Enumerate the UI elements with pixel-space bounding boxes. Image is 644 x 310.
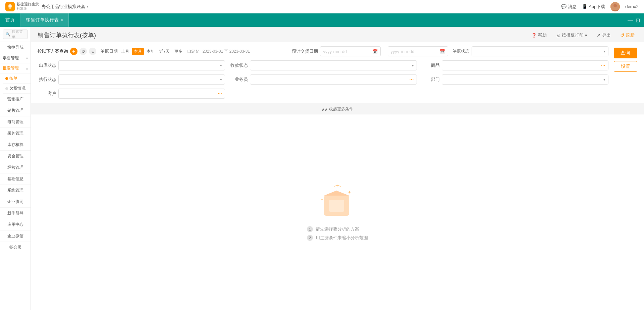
- sidebar-item-backorder[interactable]: 欠货情况: [3, 84, 31, 94]
- tab-active[interactable]: 销售订单执行表 ×: [20, 13, 69, 27]
- dept-chevron-icon: ▾: [603, 78, 605, 82]
- step-1-text: 请先选择要分析的方案: [316, 226, 359, 232]
- empty-svg-icon: ✦ ✦: [317, 184, 358, 221]
- sidebar-item-wechat[interactable]: 企业微信: [0, 230, 31, 242]
- sidebar-item-basic[interactable]: 基础信息: [0, 173, 31, 185]
- customer-input[interactable]: ···: [58, 89, 225, 99]
- preset-custom[interactable]: 自定义: [185, 48, 201, 55]
- goods-group: 商品 ···: [421, 60, 608, 70]
- tab-home[interactable]: 首页: [0, 13, 20, 27]
- filter-row-4: 客户 ···: [38, 89, 608, 99]
- messages-label: 消息: [568, 4, 577, 10]
- refresh-solution-button[interactable]: ↺: [79, 48, 87, 55]
- sidebar-item-by-order[interactable]: 按单: [3, 73, 31, 84]
- expected-date-range: yyyy-mm-dd 📅 — yyyy-mm-dd 📅: [320, 46, 448, 56]
- out-status-label: 出库状态: [38, 62, 56, 68]
- app-download-button[interactable]: 📱 App下载: [582, 4, 605, 10]
- expected-date-start[interactable]: yyyy-mm-dd 📅: [320, 46, 380, 56]
- refresh-button[interactable]: ↺ 刷新: [618, 31, 637, 40]
- status-group: 单据状态 ▾: [452, 46, 608, 56]
- exec-status-select[interactable]: ▾: [58, 74, 225, 85]
- user-name[interactable]: demo2: [625, 4, 639, 9]
- messages-button[interactable]: 💬 消息: [561, 4, 577, 10]
- add-solution-button[interactable]: +: [70, 48, 77, 55]
- collapse-solution-button[interactable]: «: [89, 48, 96, 55]
- query-button[interactable]: 查询: [614, 48, 637, 58]
- preset-more[interactable]: 更多: [172, 48, 184, 55]
- preset-current-year[interactable]: 本年: [145, 48, 157, 55]
- sidebar-item-newbie[interactable]: 新手引导: [0, 208, 31, 219]
- app-icon: 📱: [582, 4, 587, 9]
- goods-label: 商品: [421, 62, 440, 68]
- collapse-bar[interactable]: ∧∧ 收起更多条件: [31, 104, 644, 114]
- help-button[interactable]: ❓ 帮助: [529, 31, 549, 40]
- dept-select[interactable]: ▾: [442, 74, 608, 85]
- filter-panel: 按以下方案查询 + ↺ « 单据日期 上月 本月 本年: [31, 42, 644, 103]
- sidebar-item-quicknav[interactable]: 快捷导航: [0, 42, 31, 53]
- top-bar-right: 💬 消息 📱 App下载 demo2: [561, 2, 639, 11]
- sidebar-item-sales[interactable]: 销售管理: [0, 105, 31, 116]
- logo-text: 畅捷通好生意: [17, 2, 39, 6]
- svg-point-0: [8, 4, 12, 8]
- sidebar-item-retail[interactable]: 零售管理 ▾: [0, 53, 31, 63]
- app-title[interactable]: 办公用品行业模拟账套 ▾: [42, 4, 89, 10]
- message-icon: 💬: [561, 4, 567, 9]
- chevron-up-icon: ▴: [26, 66, 28, 70]
- date-presets: 上月 本月 本年 近7天 更多 自定义: [119, 48, 201, 55]
- customer-dots-icon: ···: [218, 91, 222, 97]
- search-input[interactable]: 🔍 搜索菜单: [3, 30, 28, 39]
- date-separator: —: [382, 49, 386, 54]
- sidebar-item-wholesale[interactable]: 批发管理 ▴: [0, 63, 31, 73]
- status-chevron-icon: ▾: [603, 49, 605, 54]
- sidebar-item-marketing[interactable]: 营销推广: [0, 94, 31, 105]
- tab-close-button[interactable]: ×: [61, 18, 63, 22]
- app-download-label: App下载: [589, 4, 605, 10]
- sidebar-item-purchase[interactable]: 采购管理: [0, 128, 31, 139]
- help-label: 帮助: [538, 32, 547, 38]
- tab-bar-actions: — ⊡: [624, 17, 644, 23]
- sidebar-item-appstore[interactable]: 应用中心: [0, 219, 31, 230]
- status-select[interactable]: ▾: [472, 46, 608, 56]
- sidebar-item-system[interactable]: 系统管理: [0, 185, 31, 196]
- step-2-number: 2: [307, 235, 313, 241]
- out-status-chevron-icon: ▾: [220, 63, 222, 68]
- sidebar: 🔍 搜索菜单 快捷导航 零售管理 ▾ 批发管理 ▴ 按单 欠货情况 营销: [0, 27, 31, 310]
- salesman-label: 业务员: [229, 76, 248, 83]
- avatar: [610, 2, 620, 11]
- customer-label: 客户: [38, 91, 56, 97]
- sidebar-item-operations[interactable]: 经营管理: [0, 162, 31, 173]
- active-dot-icon: [5, 77, 8, 80]
- sidebar-item-member[interactable]: 畅会员: [0, 242, 31, 253]
- sidebar-search[interactable]: 🔍 搜索菜单: [0, 27, 31, 42]
- salesman-input[interactable]: ···: [250, 74, 417, 85]
- tab-bar: 首页 销售订单执行表 × — ⊡: [0, 13, 644, 27]
- goods-input[interactable]: ···: [442, 60, 608, 70]
- filter-main: 按以下方案查询 + ↺ « 单据日期 上月 本月 本年: [38, 46, 637, 99]
- logo-area: 畅捷通好生意 标准版: [5, 2, 39, 11]
- export-icon: ↗: [597, 33, 601, 38]
- out-status-select[interactable]: ▾: [58, 60, 225, 70]
- step-1-number: 1: [307, 226, 313, 232]
- empty-steps: 1 请先选择要分析的方案 2 用过滤条件来缩小分析范围: [307, 226, 368, 241]
- maximize-icon[interactable]: ⊡: [636, 17, 640, 23]
- print-chevron-icon: ▾: [585, 33, 587, 38]
- print-button[interactable]: 🖨 按模板打印 ▾: [553, 31, 590, 40]
- sidebar-item-ecommerce[interactable]: 电商管理: [0, 116, 31, 128]
- collect-status-select[interactable]: ▾: [250, 60, 417, 70]
- minimize-icon[interactable]: —: [628, 17, 633, 23]
- sidebar-item-finance[interactable]: 资金管理: [0, 151, 31, 162]
- preset-current-month[interactable]: 本月: [132, 48, 144, 55]
- set-button[interactable]: 设置: [614, 61, 637, 72]
- preset-last-month[interactable]: 上月: [119, 48, 131, 55]
- actions-section: 查询 设置: [608, 46, 637, 99]
- content-area: 销售订单执行表(按单) ❓ 帮助 🖨 按模板打印 ▾ ↗ 导出 ↺ 刷新: [31, 27, 644, 310]
- preset-7days[interactable]: 近7天: [157, 48, 172, 55]
- tab-home-label: 首页: [5, 17, 15, 23]
- sidebar-item-enterprise[interactable]: 企业协同: [0, 196, 31, 208]
- expected-date-end[interactable]: yyyy-mm-dd 📅: [388, 46, 448, 56]
- export-button[interactable]: ↗ 导出: [594, 31, 613, 40]
- sidebar-sub-items: 按单 欠货情况: [0, 73, 31, 94]
- sidebar-item-inventory[interactable]: 库存核算: [0, 139, 31, 151]
- export-label: 导出: [602, 32, 611, 38]
- date-filter-group: 单据日期 上月 本月 本年 近7天 更多 自定义 2023-03-01 至 20…: [100, 48, 288, 55]
